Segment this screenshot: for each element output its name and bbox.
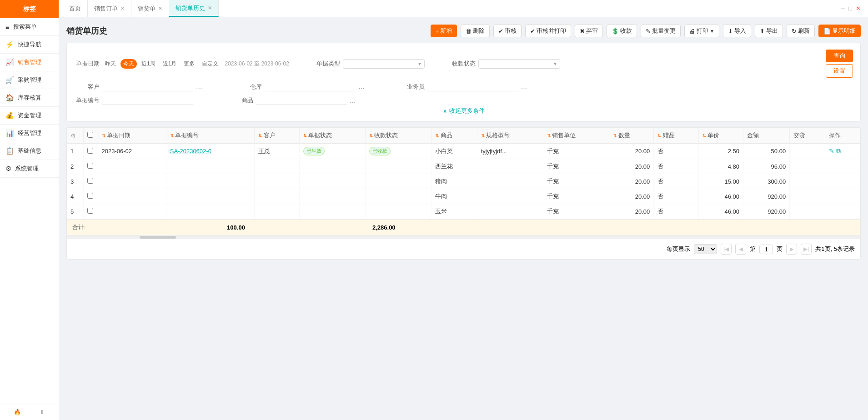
goods-column-header: ⇅ 商品 xyxy=(431,128,477,144)
fire-icon[interactable]: 🔥 xyxy=(14,409,21,415)
row-checkbox[interactable] xyxy=(87,193,93,199)
actions-cell[interactable]: ✎⧉ xyxy=(825,144,860,159)
last-page-button[interactable]: ▶| xyxy=(801,244,812,255)
print-button[interactable]: 🖨 打印 ▼ xyxy=(684,25,719,37)
audit-print-label: 审核并打印 xyxy=(537,27,566,35)
gift-sort-icon[interactable]: ⇅ xyxy=(657,133,661,138)
doc-no-link[interactable]: SA-20230602-0 xyxy=(170,148,211,155)
per-page-select[interactable]: 50 100 xyxy=(694,244,717,254)
doc-no-cell[interactable]: SA-20230602-0 xyxy=(166,144,255,159)
sys-mgmt-icon: ⚙ xyxy=(5,165,11,173)
customer-input[interactable] xyxy=(102,82,193,91)
first-page-button[interactable]: |◀ xyxy=(721,244,732,255)
tab-sales-history-close[interactable]: ✕ xyxy=(208,5,212,11)
spec-sort-icon[interactable]: ⇅ xyxy=(481,133,485,138)
doc-type-select[interactable] xyxy=(343,59,425,69)
staff-input[interactable] xyxy=(427,82,518,91)
sidebar-item-operations[interactable]: 📊 经营管理 xyxy=(0,125,59,142)
row-checkbox[interactable] xyxy=(87,163,93,169)
sidebar-item-purchase-mgmt[interactable]: 🛒 采购管理 xyxy=(0,71,59,89)
set-button[interactable]: 设置 xyxy=(826,64,853,78)
sidebar-item-finance[interactable]: 💰 资金管理 xyxy=(0,107,59,125)
import-button[interactable]: ⬇ 导入 xyxy=(723,25,751,37)
tab-sales-goods[interactable]: 销货单 ✕ xyxy=(131,0,169,17)
gift-column-header: ⇅ 赠品 xyxy=(654,128,698,144)
show-detail-button[interactable]: 📄 显示明细 xyxy=(818,25,861,37)
staff-dots[interactable]: ... xyxy=(521,83,527,91)
sidebar-item-sys-mgmt[interactable]: ⚙ 系统管理 xyxy=(0,160,59,178)
toolbar: + 新增 🗑 删除 ✔ 审核 ✔ 审核并打印 ✖ 弃审 xyxy=(431,25,861,37)
tab-home[interactable]: 首页 xyxy=(63,0,88,17)
price-sort-icon[interactable]: ⇅ xyxy=(702,133,706,138)
warehouse-filter-item: 仓库 ... xyxy=(236,82,364,91)
window-maximize-icon[interactable]: □ xyxy=(848,5,852,12)
row-checkbox[interactable] xyxy=(87,178,93,184)
more-shortcut[interactable]: 更多 xyxy=(181,59,197,69)
sidebar-item-sales-mgmt[interactable]: 📈 销售管理 xyxy=(0,54,59,71)
scrollbar-thumb[interactable] xyxy=(140,236,176,239)
doc-status-sort-icon[interactable]: ⇅ xyxy=(303,133,307,138)
prev-page-button[interactable]: ◀ xyxy=(735,244,746,255)
goods-dots[interactable]: ... xyxy=(350,96,356,105)
collapse-button[interactable]: ∧ 收起更多条件 xyxy=(443,107,485,115)
abandon-icon: ✖ xyxy=(580,28,585,35)
sidebar-item-basic-info[interactable]: 📋 基础信息 xyxy=(0,142,59,160)
qty-cell: 20.00 xyxy=(609,204,653,219)
window-close-icon[interactable]: ✕ xyxy=(856,5,861,12)
unit-sort-icon[interactable]: ⇅ xyxy=(547,133,551,138)
pay-status-sort-icon[interactable]: ⇅ xyxy=(369,133,373,138)
next-page-button[interactable]: ▶ xyxy=(786,244,797,255)
page-number-input[interactable] xyxy=(759,245,773,254)
warehouse-input[interactable] xyxy=(265,82,356,91)
custom-shortcut[interactable]: 自定义 xyxy=(199,59,221,69)
add-button[interactable]: + 新增 xyxy=(431,25,457,37)
month-shortcut[interactable]: 近1月 xyxy=(160,59,180,69)
customer-sort-icon[interactable]: ⇅ xyxy=(258,133,262,138)
export-button[interactable]: ⬆ 导出 xyxy=(755,25,783,37)
select-all-checkbox[interactable] xyxy=(87,132,93,138)
horizontal-scrollbar[interactable] xyxy=(67,235,860,239)
refresh-button[interactable]: ↻ 刷新 xyxy=(787,25,815,37)
unit-cell: 千克 xyxy=(543,204,609,219)
today-shortcut[interactable]: 今天 xyxy=(120,59,137,69)
warehouse-dots[interactable]: ... xyxy=(358,83,364,91)
sidebar-item-inventory[interactable]: 🏠 库存核算 xyxy=(0,89,59,107)
row-checkbox[interactable] xyxy=(87,148,93,154)
date-shortcuts: 昨天 今天 近1周 近1月 更多 自定义 xyxy=(102,59,221,69)
query-button[interactable]: 查询 xyxy=(826,50,853,62)
goods-input[interactable] xyxy=(256,96,347,105)
tab-sales-order[interactable]: 销售订单 ✕ xyxy=(88,0,131,17)
customer-dots[interactable]: ... xyxy=(196,83,202,91)
doc-date-sort-icon[interactable]: ⇅ xyxy=(102,133,105,138)
show-detail-icon: 📄 xyxy=(823,28,831,35)
table-settings-icon[interactable]: ⚙ xyxy=(70,132,76,139)
edit-action-button[interactable]: ✎ xyxy=(829,147,834,155)
audit-print-button[interactable]: ✔ 审核并打印 xyxy=(525,25,571,37)
batch-change-button[interactable]: ✎ 批量变更 xyxy=(641,25,681,37)
payment-status-select[interactable] xyxy=(478,59,560,69)
yesterday-shortcut[interactable]: 昨天 xyxy=(102,59,119,69)
sidebar-item-quick-nav[interactable]: ⚡ 快捷导航 xyxy=(0,36,59,54)
goods-sort-icon[interactable]: ⇅ xyxy=(435,133,439,138)
copy-action-button[interactable]: ⧉ xyxy=(836,147,841,155)
tab-sales-history[interactable]: 销货单历史 ✕ xyxy=(169,0,219,17)
price-cell: 15.00 xyxy=(698,174,743,189)
week-shortcut[interactable]: 近1周 xyxy=(139,59,158,69)
sidebar-item-search-menu[interactable]: ≡ 搜索菜单 xyxy=(0,18,59,36)
doc-no-cell xyxy=(166,189,255,204)
doc-status-cell: 已生效 xyxy=(299,144,365,159)
tab-sales-order-close[interactable]: ✕ xyxy=(120,5,125,11)
row-checkbox[interactable] xyxy=(87,208,93,214)
tab-sales-goods-close[interactable]: ✕ xyxy=(158,5,162,11)
qty-sort-icon[interactable]: ⇅ xyxy=(613,133,617,138)
window-minimize-icon[interactable]: ─ xyxy=(841,5,845,12)
table-row: 4牛肉千克20.00否46.00920.00 xyxy=(67,189,860,204)
collect-button[interactable]: 💲 收款 xyxy=(607,25,637,37)
doc-no-sort-icon[interactable]: ⇅ xyxy=(170,133,174,138)
pause-icon[interactable]: ⏸ xyxy=(39,409,45,415)
delete-button[interactable]: 🗑 删除 xyxy=(461,25,490,37)
audit-button[interactable]: ✔ 审核 xyxy=(493,25,522,37)
query-set-buttons: 查询 设置 xyxy=(826,50,853,78)
doc-no-input[interactable] xyxy=(102,96,193,105)
abandon-button[interactable]: ✖ 弃审 xyxy=(575,25,603,37)
